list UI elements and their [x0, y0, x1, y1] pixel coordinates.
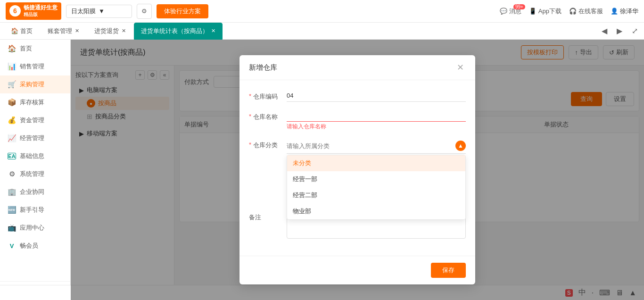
basic-icon: EA: [8, 153, 16, 159]
store-selector[interactable]: 日太阳膜 ▼: [66, 5, 132, 18]
modal-overlay: 新增仓库 ✕ * 仓库编码: [71, 40, 644, 300]
sidebar-item-purchase[interactable]: 🛒 采购管理: [0, 75, 70, 93]
inventory-icon: 📦: [8, 98, 16, 107]
sidebar-item-finance[interactable]: 💰 资金管理: [0, 111, 70, 129]
sidebar-home-label: 首页: [20, 44, 32, 53]
top-right-area: 💬 消息 99+ 📱 App下载 🎧 在线客服 👤 徐泽华: [500, 7, 638, 16]
form-row-name: * 仓库名称 请输入仓库名称: [249, 109, 466, 131]
tab-nav-right: ◀ ▶ ⤢: [599, 25, 640, 37]
app-label: App下载: [538, 7, 561, 16]
settings-button[interactable]: ⚙: [137, 4, 152, 19]
sidebar-inventory-label: 库存核算: [20, 98, 44, 107]
sidebar-item-inventory[interactable]: 📦 库存核算: [0, 93, 70, 111]
trial-button[interactable]: 体验行业方案: [157, 4, 208, 18]
tab-home-label: 首页: [20, 27, 33, 35]
content-area: 进货单统计(按商品) 按模板打印 ↑ 导出 ↺ 刷新 按以下方案查询: [71, 40, 644, 300]
home-icon: 🏠: [8, 44, 16, 53]
tab-purchase-stats-label: 进货单统计表（按商品）: [141, 27, 208, 35]
gear-icon: ⚙: [141, 8, 147, 15]
messages-badge: 99+: [513, 4, 525, 9]
warehouse-name-input[interactable]: [287, 109, 466, 122]
category-dropdown-trigger[interactable]: ▲: [287, 138, 466, 154]
purchase-icon: 🛒: [8, 80, 16, 89]
enterprise-icon: 🏢: [8, 188, 16, 196]
tab-accounts-close[interactable]: ✕: [75, 28, 79, 34]
sidebar-purchase-label: 采购管理: [20, 80, 44, 89]
logo: 6 畅捷通好生意 精品版: [6, 2, 61, 19]
sidebar-system-label: 系统管理: [20, 170, 44, 178]
tab-purchase-stats[interactable]: 进货单统计表（按商品） ✕: [134, 23, 223, 40]
sidebar-finance-label: 资金管理: [20, 116, 44, 125]
sidebar-enterprise-label: 企业协同: [20, 188, 44, 196]
sidebar-item-app-center[interactable]: 📺 应用中心: [0, 219, 70, 237]
tab-purchase-return[interactable]: 进货退货 ✕: [87, 23, 133, 40]
modal-footer: 保存: [239, 256, 475, 284]
sidebar-sales-label: 销售管理: [20, 62, 44, 71]
sales-icon: 📊: [8, 62, 16, 71]
category-dropdown-wrap: ▲ 未分类 经营一部 经营二部 物业部: [287, 138, 466, 154]
tab-purchase-stats-close[interactable]: ✕: [211, 28, 215, 34]
dropdown-item-dept1[interactable]: 经营一部: [287, 171, 465, 187]
headset-icon: 🎧: [569, 8, 577, 15]
service-button[interactable]: 🎧 在线客服: [569, 7, 603, 16]
modal-new-warehouse: 新增仓库 ✕ * 仓库编码: [239, 55, 475, 284]
category-dropdown-list: 未分类 经营一部 经营二部 物业部: [287, 155, 466, 220]
user-profile[interactable]: 👤 徐泽华: [611, 7, 638, 16]
form-row-category: * 仓库分类 ▲ 未分类 经营一部 经营二部: [249, 138, 466, 154]
form-row-code: * 仓库编码: [249, 90, 466, 102]
avatar: 👤: [611, 8, 618, 15]
tab-accounts[interactable]: 账套管理 ✕: [41, 23, 86, 40]
save-button[interactable]: 保存: [431, 263, 466, 278]
modal-title: 新增仓库: [249, 63, 277, 72]
main-layout: 🏠 首页 📊 销售管理 🛒 采购管理 📦 库存核算 💰 资金管理 📈 经营管理 …: [0, 40, 644, 300]
finance-icon: 💰: [8, 116, 16, 125]
app-center-icon: 📺: [8, 224, 16, 232]
category-dropdown-input[interactable]: [287, 142, 455, 150]
sidebar-item-operation[interactable]: 📈 经营管理: [0, 129, 70, 147]
logo-text: 畅捷通好生意 精品版: [24, 4, 58, 17]
sidebar-item-enterprise[interactable]: 🏢 企业协同: [0, 183, 70, 201]
messages-button[interactable]: 💬 消息 99+: [500, 7, 521, 16]
sidebar-item-sales[interactable]: 📊 销售管理: [0, 58, 70, 75]
dropdown-item-dept2[interactable]: 经营二部: [287, 187, 465, 203]
operation-icon: 📈: [8, 134, 16, 142]
store-name: 日太阳膜: [71, 7, 96, 16]
dropdown-item-unclassified[interactable]: 未分类: [287, 155, 465, 171]
member-icon: V: [8, 242, 16, 250]
nav-expand-icon[interactable]: ⤢: [629, 25, 640, 37]
nav-tabs: 🏠 首页 账套管理 ✕ 进货退货 ✕ 进货单统计表（按商品） ✕ ◀ ▶ ⤢: [0, 23, 644, 40]
home-icon: 🏠: [11, 27, 18, 34]
sidebar-app-center-label: 应用中心: [20, 224, 44, 232]
sidebar-guide-label: 新手引导: [20, 206, 44, 214]
note-label: 备注: [249, 210, 287, 222]
service-label: 在线客服: [578, 7, 603, 16]
message-icon: 💬: [500, 8, 507, 15]
nav-right-icon[interactable]: ▶: [614, 25, 625, 37]
sidebar-item-member[interactable]: V 畅会员: [0, 237, 70, 255]
warehouse-code-input[interactable]: [287, 90, 466, 102]
modal-body: * 仓库编码 * 仓库名称: [239, 80, 475, 256]
sidebar-item-home[interactable]: 🏠 首页: [0, 40, 70, 58]
tab-purchase-return-label: 进货退货: [94, 27, 119, 35]
tab-accounts-label: 账套管理: [48, 27, 72, 35]
phone-icon: 📱: [529, 8, 537, 15]
sidebar-item-guide[interactable]: 🆕 新手引导: [0, 201, 70, 219]
dropdown-item-dept3[interactable]: 物业部: [287, 203, 465, 219]
tab-home[interactable]: 🏠 首页: [4, 23, 40, 40]
logo-title: 畅捷通好生意: [24, 4, 58, 11]
category-label: * 仓库分类: [249, 138, 287, 150]
nav-left-icon[interactable]: ◀: [599, 25, 610, 37]
user-name: 徐泽华: [620, 7, 638, 16]
modal-header: 新增仓库 ✕: [239, 55, 475, 80]
sidebar-item-basic[interactable]: EA 基础信息: [0, 147, 70, 165]
name-label: * 仓库名称: [249, 110, 287, 121]
sidebar-operation-label: 经营管理: [20, 134, 44, 142]
app-download-button[interactable]: 📱 App下载: [529, 7, 561, 16]
tab-purchase-return-close[interactable]: ✕: [122, 28, 126, 34]
sidebar-member-label: 畅会员: [20, 242, 38, 250]
sidebar-item-system[interactable]: ⚙ 系统管理: [0, 165, 70, 183]
chevron-down-icon: ▼: [99, 8, 105, 15]
logo-icon: 6: [9, 5, 21, 17]
dropdown-arrow-icon[interactable]: ▲: [455, 141, 466, 151]
modal-close-button[interactable]: ✕: [454, 62, 466, 73]
